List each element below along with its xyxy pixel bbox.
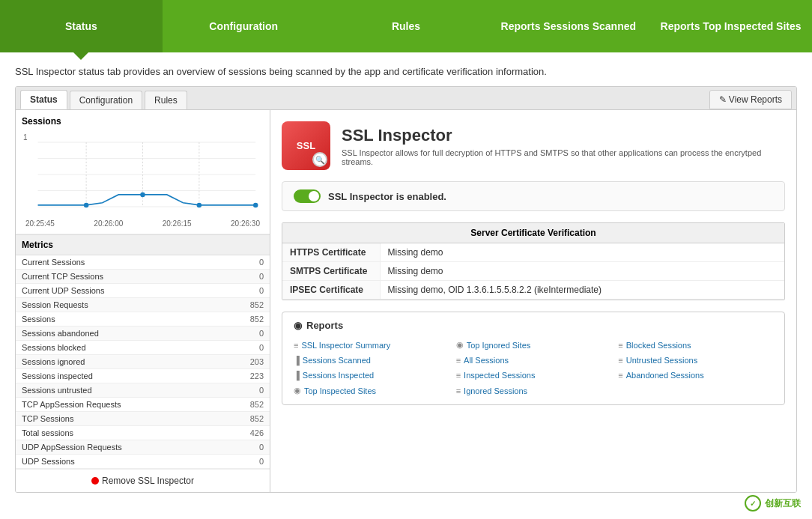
metric-name: Current UDP Sessions <box>16 284 222 298</box>
report-item[interactable]: ◉Top Ignored Sites <box>456 339 611 351</box>
nav-item-status[interactable]: Status <box>0 0 163 52</box>
report-item[interactable]: ≡Inspected Sessions <box>456 369 611 381</box>
enabled-text: SSL Inspector is enabled. <box>328 191 446 202</box>
metric-value: 0 <box>222 383 270 398</box>
report-item[interactable]: ≡Ignored Sessions <box>456 384 611 397</box>
report-item[interactable]: ≡All Sessions <box>456 354 611 366</box>
table-row: Current TCP Sessions0 <box>16 270 270 284</box>
chart-time-labels: 20:25:45 20:26:00 20:26:15 20:26:30 <box>22 219 264 228</box>
metric-name: TCP AppSession Requests <box>16 398 222 412</box>
left-panel: Sessions 1 <box>16 110 270 492</box>
reports-header: ◉ Reports <box>294 320 773 331</box>
brand-name: 创新互联 <box>765 497 801 510</box>
report-icon: ≡ <box>456 386 461 395</box>
metric-value: 0 <box>222 455 270 469</box>
report-icon: ◉ <box>294 386 301 395</box>
cert-value: Missing demo <box>380 262 784 281</box>
metric-value: 426 <box>222 426 270 440</box>
remove-btn-row: Remove SSL Inspector <box>16 469 270 492</box>
report-label: Untrusted Sessions <box>626 356 697 365</box>
app-description: SSL Inspector allows for full decryption… <box>342 148 785 166</box>
cert-table: HTTPS CertificateMissing demoSMTPS Certi… <box>282 243 784 300</box>
metric-name: Sessions ignored <box>16 355 222 369</box>
svg-point-9 <box>140 192 145 197</box>
page-description: SSL Inspector status tab provides an ove… <box>0 52 812 86</box>
metric-value: 203 <box>222 355 270 369</box>
table-row: Sessions untrusted0 <box>16 383 270 398</box>
report-label: Top Inspected Sites <box>304 386 376 395</box>
remove-ssl-button[interactable]: Remove SSL Inspector <box>91 476 194 486</box>
nav-item-configuration[interactable]: Configuration <box>163 0 325 52</box>
table-row: Current UDP Sessions0 <box>16 284 270 298</box>
report-label: Top Ignored Sites <box>467 341 531 350</box>
enabled-row: SSL Inspector is enabled. <box>282 181 785 211</box>
report-item[interactable]: ≡Blocked Sessions <box>618 339 773 351</box>
table-row: TCP AppSession Requests852 <box>16 398 270 412</box>
brand-icon: ✓ <box>745 495 761 512</box>
view-reports-tab[interactable]: ✎ View Reports <box>709 90 792 109</box>
cert-value: Missing demo, OID 1.3.6.1.5.5.8.2.2 (ike… <box>380 281 784 300</box>
tab-configuration[interactable]: Configuration <box>70 91 142 109</box>
panel-body: Sessions 1 <box>16 110 796 492</box>
table-row: Sessions852 <box>16 312 270 327</box>
report-icon: ▐ <box>294 371 300 380</box>
metrics-title: Metrics <box>16 234 270 255</box>
cert-table-wrapper: Server Certificate Verification HTTPS Ce… <box>282 222 785 300</box>
table-row: SMTPS CertificateMissing demo <box>282 262 784 281</box>
reports-globe-icon: ◉ <box>294 320 302 331</box>
cert-label: IPSEC Certificate <box>282 281 380 300</box>
report-label: Abandoned Sessions <box>626 371 704 380</box>
report-label: Sessions Scanned <box>303 356 371 365</box>
report-item[interactable]: ≡Abandoned Sessions <box>618 369 773 381</box>
metric-name: Sessions abandoned <box>16 327 222 341</box>
metric-value: 0 <box>222 284 270 298</box>
report-label: All Sessions <box>464 356 509 365</box>
table-row: HTTPS CertificateMissing demo <box>282 243 784 262</box>
report-item[interactable]: ▐Sessions Scanned <box>294 354 449 366</box>
report-icon: ≡ <box>618 371 622 380</box>
report-icon: ≡ <box>456 371 461 380</box>
report-item[interactable]: ▐Sessions Inspected <box>294 369 449 381</box>
app-icon-text: SSL <box>297 140 315 151</box>
tab-rules[interactable]: Rules <box>145 91 187 109</box>
nav-item-rules[interactable]: Rules <box>325 0 488 52</box>
cert-table-header: Server Certificate Verification <box>282 223 784 243</box>
chart-y-label: 1 <box>23 133 28 142</box>
report-icon: ≡ <box>618 341 622 350</box>
table-row: Current Sessions0 <box>16 255 270 270</box>
table-row: Session Requests852 <box>16 298 270 312</box>
metric-value: 852 <box>222 412 270 426</box>
metric-value: 223 <box>222 369 270 383</box>
report-label: SSL Inspector Summary <box>301 341 390 350</box>
chart-area: 1 <box>22 130 264 219</box>
report-item[interactable]: ◉Top Inspected Sites <box>294 384 449 397</box>
metric-value: 0 <box>222 327 270 341</box>
metric-name: UDP AppSession Requests <box>16 440 222 455</box>
table-row: IPSEC CertificateMissing demo, OID 1.3.6… <box>282 281 784 300</box>
report-icon: ≡ <box>456 356 461 365</box>
table-row: UDP Sessions0 <box>16 455 270 469</box>
report-item[interactable]: ≡SSL Inspector Summary <box>294 339 449 351</box>
table-row: Sessions inspected223 <box>16 369 270 383</box>
table-row: Sessions blocked0 <box>16 341 270 355</box>
top-nav: Status Configuration Rules Reports Sessi… <box>0 0 812 52</box>
tab-status[interactable]: Status <box>20 90 67 109</box>
nav-item-reports-top[interactable]: Reports Top Inspected Sites <box>649 0 812 52</box>
report-item[interactable]: ≡Untrusted Sessions <box>618 354 773 366</box>
enable-toggle[interactable] <box>294 189 321 203</box>
metric-name: Sessions inspected <box>16 369 222 383</box>
metric-value: 0 <box>222 440 270 455</box>
table-row: Total sessions426 <box>16 426 270 440</box>
magnifier-icon: 🔍 <box>312 152 327 167</box>
metric-name: Current Sessions <box>16 255 222 270</box>
chart-label-3: 20:26:30 <box>231 219 260 228</box>
app-icon: SSL 🔍 <box>282 121 330 170</box>
report-icon: ≡ <box>294 341 298 350</box>
nav-item-reports-sessions[interactable]: Reports Sessions Scanned <box>487 0 649 52</box>
metric-name: Current TCP Sessions <box>16 270 222 284</box>
inner-tabs: Status Configuration Rules ✎ View Report… <box>16 87 796 110</box>
metric-name: Sessions untrusted <box>16 383 222 398</box>
right-panel: SSL 🔍 SSL Inspector SSL Inspector allows… <box>270 110 796 492</box>
table-row: Sessions ignored203 <box>16 355 270 369</box>
app-title-area: SSL Inspector SSL Inspector allows for f… <box>342 126 785 166</box>
